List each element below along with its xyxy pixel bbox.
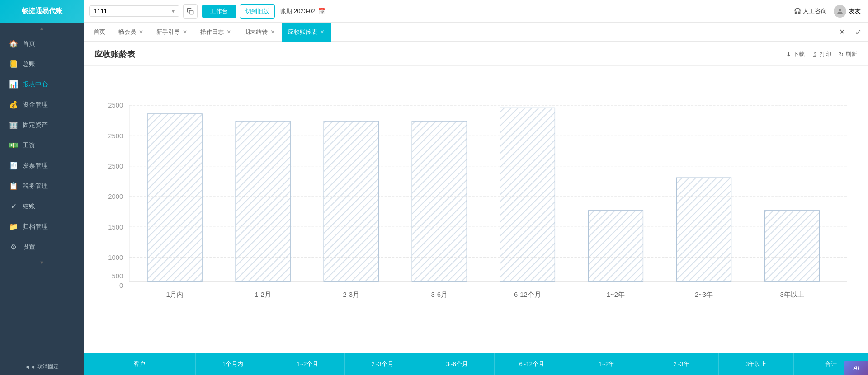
sidebar-item-funds[interactable]: 💰 资金管理 <box>0 94 84 115</box>
tab-member-close[interactable]: ✕ <box>139 29 143 35</box>
page-title: 应收账龄表 <box>94 49 135 60</box>
sidebar-item-salary[interactable]: 💵 工资 <box>0 135 84 155</box>
sidebar-label-home: 首页 <box>23 40 35 48</box>
consult-label: 人工咨询 <box>803 7 826 15</box>
bar-2-3-year <box>676 178 731 281</box>
svg-text:3年以上: 3年以上 <box>780 291 804 298</box>
sidebar-label-assets: 固定资产 <box>23 121 48 129</box>
svg-text:1~2年: 1~2年 <box>607 291 625 298</box>
svg-text:2-3月: 2-3月 <box>343 291 359 298</box>
col-6-12m: 6~12个月 <box>495 353 569 375</box>
page-content: 应收账龄表 ⬇ 下载 🖨 打印 ↻ 刷新 <box>84 42 868 375</box>
download-icon: ⬇ <box>786 51 791 58</box>
sidebar-label-settings: 设置 <box>23 243 35 251</box>
sidebar-item-reports[interactable]: 📊 报表中心 <box>0 74 84 94</box>
svg-point-1 <box>839 9 841 11</box>
print-label: 打印 <box>820 50 831 58</box>
header-right: 1111 ▾ 工作台 切到旧版 账期 2023-02 📅 🎧 人工咨询 友友 <box>84 4 861 19</box>
workbench-button[interactable]: 工作台 <box>202 5 236 18</box>
sidebar-label-salary: 工资 <box>23 141 35 150</box>
svg-text:1500: 1500 <box>108 224 123 231</box>
home-icon: 🏠 <box>9 39 18 48</box>
calendar-icon[interactable]: 📅 <box>318 8 326 14</box>
col-2-3m: 2~3个月 <box>345 353 420 375</box>
sidebar-item-settings[interactable]: ⚙ 设置 <box>0 237 84 257</box>
tab-aging-close[interactable]: ✕ <box>320 29 325 35</box>
sidebar-item-home[interactable]: 🏠 首页 <box>0 33 84 54</box>
scroll-down-button[interactable]: ▼ <box>0 257 84 268</box>
archive-icon: 📁 <box>9 222 18 231</box>
download-button[interactable]: ⬇ 下载 <box>786 50 805 58</box>
svg-text:1月内: 1月内 <box>166 291 183 298</box>
refresh-icon: ↻ <box>839 51 844 58</box>
sidebar-item-invoice[interactable]: 🧾 发票管理 <box>0 155 84 176</box>
logo-text: 畅捷通易代账 <box>22 7 62 15</box>
copy-button[interactable] <box>183 4 198 19</box>
tab-oplog-close[interactable]: ✕ <box>226 29 231 35</box>
refresh-label: 刷新 <box>845 50 857 58</box>
svg-rect-0 <box>189 10 193 14</box>
ledger-icon: 📒 <box>9 60 18 68</box>
svg-text:1000: 1000 <box>108 254 123 261</box>
tab-period-end-label: 期末结转 <box>244 28 268 36</box>
assets-icon: 🏢 <box>9 121 18 129</box>
avatar <box>834 5 846 18</box>
svg-text:1-2月: 1-2月 <box>255 291 271 298</box>
col-1m: 1个月内 <box>196 353 270 375</box>
user-name: 友友 <box>849 7 861 15</box>
refresh-button[interactable]: ↻ 刷新 <box>839 50 857 58</box>
scroll-up-button[interactable]: ▲ <box>0 23 84 33</box>
sidebar-item-tax[interactable]: 📋 税务管理 <box>0 176 84 196</box>
sidebar-item-assets[interactable]: 🏢 固定资产 <box>0 115 84 135</box>
period-value: 2023-02 <box>294 8 316 14</box>
tab-oplog[interactable]: 操作日志 ✕ <box>194 23 238 42</box>
sidebar-bottom: ◄◄ 取消固定 <box>0 358 84 375</box>
sidebar-label-ledger: 总账 <box>23 60 35 68</box>
close-accounts-icon: ✓ <box>9 202 18 211</box>
print-button[interactable]: 🖨 打印 <box>812 50 831 58</box>
tab-home[interactable]: 首页 <box>87 23 112 42</box>
cancel-fixed-button[interactable]: ◄◄ 取消固定 <box>0 358 84 375</box>
cancel-fixed-label: 取消固定 <box>37 363 59 370</box>
bar-3-6-month <box>412 121 467 281</box>
chevron-down-icon: ▾ <box>172 8 175 14</box>
download-label: 下载 <box>793 50 805 58</box>
close-all-button[interactable]: ✕ <box>835 26 848 38</box>
svg-text:2000: 2000 <box>108 193 123 200</box>
sidebar-item-ledger[interactable]: 📒 总账 <box>0 54 84 74</box>
tab-member[interactable]: 畅会员 ✕ <box>112 23 150 42</box>
tab-guide[interactable]: 新手引导 ✕ <box>150 23 194 42</box>
sidebar-item-close[interactable]: ✓ 结账 <box>0 196 84 216</box>
company-select[interactable]: 1111 ▾ <box>89 5 179 17</box>
tab-home-label: 首页 <box>94 28 105 36</box>
page-actions: ⬇ 下载 🖨 打印 ↻ 刷新 <box>786 50 857 58</box>
bar-2-3-month <box>324 121 378 281</box>
ai-badge[interactable]: Ai <box>844 361 868 375</box>
page-header: 应收账龄表 ⬇ 下载 🖨 打印 ↻ 刷新 <box>84 42 868 66</box>
tab-period-end-close[interactable]: ✕ <box>270 29 275 35</box>
svg-text:2500: 2500 <box>108 102 123 109</box>
tab-guide-close[interactable]: ✕ <box>183 29 187 35</box>
consult-button[interactable]: 🎧 人工咨询 <box>794 7 826 15</box>
tab-period-end[interactable]: 期末结转 ✕ <box>238 23 282 42</box>
logo-area: 畅捷通易代账 <box>0 0 84 23</box>
col-1-2y: 1~2年 <box>569 353 644 375</box>
bar-1-month <box>147 114 202 281</box>
bar-6-12-month <box>500 108 555 281</box>
invoice-icon: 🧾 <box>9 161 18 170</box>
print-icon: 🖨 <box>812 51 818 58</box>
user-area[interactable]: 友友 <box>834 5 861 18</box>
sidebar-item-archive[interactable]: 📁 归档管理 <box>0 216 84 237</box>
table-header: 客户 1个月内 1~2个月 2~3个月 3~6个月 6~12个月 <box>84 353 868 375</box>
main-layout: ▲ 🏠 首页 📒 总账 📊 报表中心 💰 资金管理 🏢 固定资产 💵 工资 🧾 … <box>0 23 868 375</box>
company-name: 1111 <box>94 8 107 14</box>
content-area: 首页 畅会员 ✕ 新手引导 ✕ 操作日志 ✕ 期末结转 ✕ 应收账龄表 ✕ <box>84 23 868 375</box>
chart-svg: 2500 2500 2500 2000 1500 1000 500 0 <box>93 70 859 353</box>
svg-text:2~3年: 2~3年 <box>695 291 713 298</box>
reports-icon: 📊 <box>9 80 18 89</box>
header-actions: 🎧 人工咨询 友友 <box>794 5 861 18</box>
tab-aging[interactable]: 应收账龄表 ✕ <box>282 23 331 42</box>
bar-3-plus-year <box>764 211 819 281</box>
fullscreen-button[interactable]: ⤢ <box>852 26 864 38</box>
switch-version-button[interactable]: 切到旧版 <box>240 4 275 19</box>
